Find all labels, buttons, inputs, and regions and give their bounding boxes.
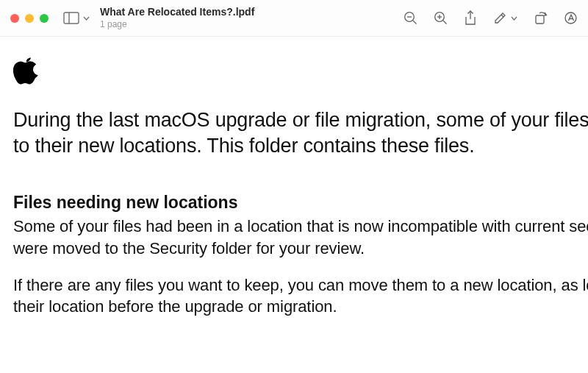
svg-rect-9 <box>536 15 544 24</box>
intro-paragraph: During the last macOS upgrade or file mi… <box>13 107 588 159</box>
zoom-out-icon <box>404 11 417 25</box>
chevron-down-icon <box>511 16 517 21</box>
toolbar-actions <box>404 10 578 26</box>
section-paragraph-2: If there are any files you want to keep,… <box>13 274 588 318</box>
fullscreen-window-button[interactable] <box>40 14 49 23</box>
window-controls <box>10 14 49 23</box>
svg-point-10 <box>565 13 576 24</box>
toolbar: What Are Relocated Items?.lpdf 1 page <box>0 0 588 37</box>
section-heading-files: Files needing new locations <box>13 193 588 213</box>
zoom-out-button[interactable] <box>404 11 417 25</box>
pencil-icon <box>493 11 507 25</box>
markup-button[interactable] <box>493 11 517 25</box>
document-title-block: What Are Relocated Items?.lpdf 1 page <box>100 6 254 29</box>
close-window-button[interactable] <box>10 14 19 23</box>
apple-logo <box>13 56 588 88</box>
marker-icon <box>564 11 578 25</box>
rotate-button[interactable] <box>534 11 548 25</box>
apple-logo-icon <box>13 56 38 85</box>
section-paragraph-1: Some of your files had been in a locatio… <box>13 216 588 259</box>
minimize-window-button[interactable] <box>25 14 34 23</box>
highlight-button[interactable] <box>564 11 578 25</box>
document-subtitle: 1 page <box>100 19 254 29</box>
sidebar-icon <box>63 12 79 24</box>
share-button[interactable] <box>464 10 477 26</box>
zoom-in-button[interactable] <box>434 11 448 25</box>
svg-rect-0 <box>64 13 79 24</box>
chevron-down-icon <box>83 16 90 21</box>
share-icon <box>464 10 477 26</box>
sidebar-toggle-button[interactable] <box>63 12 90 24</box>
svg-line-6 <box>443 21 447 24</box>
svg-line-3 <box>413 21 417 24</box>
document-content: During the last macOS upgrade or file mi… <box>0 37 588 318</box>
rotate-icon <box>534 11 548 25</box>
document-title: What Are Relocated Items?.lpdf <box>100 6 254 18</box>
zoom-in-icon <box>434 11 448 25</box>
